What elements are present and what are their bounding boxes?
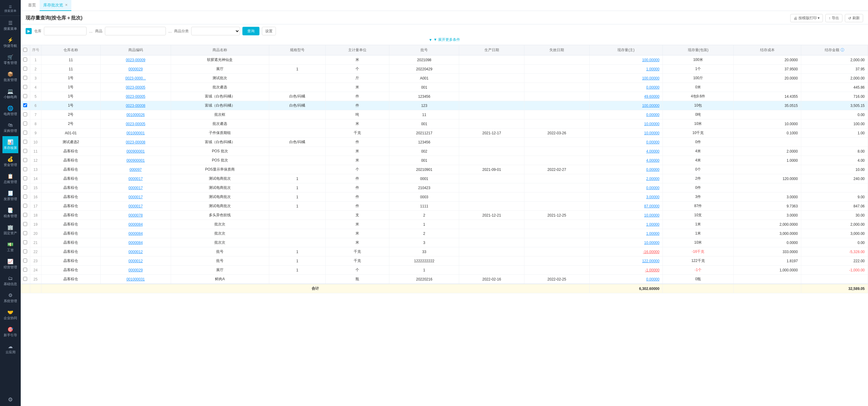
row-goods-code-13[interactable]: 0000017: [100, 174, 171, 183]
row-checkbox-21[interactable]: [21, 247, 30, 257]
row-qty-main-3[interactable]: 0.00000: [589, 83, 662, 92]
row-goods-code-15[interactable]: 0000017: [100, 193, 171, 202]
row-qty-main-5[interactable]: 100.00000: [589, 101, 662, 110]
row-checkbox-15[interactable]: [21, 193, 30, 202]
sidebar-item-newguide[interactable]: 🎯新手引导: [2, 324, 18, 340]
row-goods-code-23[interactable]: 0000029: [100, 266, 171, 275]
tab-home[interactable]: 首页: [24, 0, 40, 11]
row-goods-code-10[interactable]: 000900001: [100, 147, 171, 156]
sidebar-item-system[interactable]: ⚙系统管理: [2, 289, 18, 306]
sidebar-item-wholesale[interactable]: 📦批发管理: [2, 68, 18, 85]
row-qty-main-22[interactable]: 122.00000: [589, 257, 662, 266]
warehouse-input[interactable]: [44, 27, 87, 35]
select-all-checkbox[interactable]: [23, 48, 27, 52]
row-checkbox-12[interactable]: [21, 165, 30, 174]
tab-inventory_batch[interactable]: 库存批次览✕: [40, 0, 71, 11]
print-button[interactable]: 🖨 按模版打印 ▾: [790, 14, 823, 22]
row-checkbox-18[interactable]: [21, 220, 30, 229]
sidebar-item-corp[interactable]: 🤝企业协同: [2, 306, 18, 324]
row-goods-code-9[interactable]: 0023-00008: [100, 138, 171, 147]
query-button[interactable]: 查询: [242, 27, 259, 35]
amount-info-icon[interactable]: ⓘ: [841, 48, 844, 52]
row-checkbox-9[interactable]: [21, 138, 30, 147]
row-goods-code-21[interactable]: 0000012: [100, 247, 171, 257]
row-goods-code-2[interactable]: 0023-0000...: [100, 74, 171, 83]
sidebar-item-invoice[interactable]: 🧾发票管理: [2, 187, 18, 204]
sidebar-item-labor[interactable]: 💵工资: [2, 238, 18, 256]
row-qty-main-11[interactable]: 4.00000: [589, 156, 662, 165]
row-checkbox-19[interactable]: [21, 229, 30, 238]
sidebar-search[interactable]: ☰ 搜索菜单: [0, 2, 21, 16]
row-qty-main-2[interactable]: 100.00000: [589, 74, 662, 83]
row-goods-code-20[interactable]: 0000084: [100, 238, 171, 247]
row-checkbox-16[interactable]: [21, 202, 30, 211]
row-checkbox-2[interactable]: [21, 74, 30, 83]
row-goods-code-5[interactable]: 0023-00008: [100, 101, 171, 110]
category-select[interactable]: [191, 27, 240, 35]
row-goods-code-1[interactable]: 0000029: [100, 65, 171, 74]
row-goods-code-3[interactable]: 0023-00005: [100, 83, 171, 92]
sidebar-item-quicknav[interactable]: ⚡快捷导航: [2, 34, 18, 51]
sidebar-item-search[interactable]: ☰搜索菜单: [2, 17, 18, 34]
row-qty-main-6[interactable]: 0.00000: [589, 110, 662, 120]
row-qty-main-21[interactable]: -16.00000: [589, 247, 662, 257]
row-checkbox-24[interactable]: [21, 275, 30, 284]
row-qty-main-7[interactable]: 10.00000: [589, 120, 662, 129]
sidebar-item-purchase[interactable]: 🛍采购管理: [2, 120, 18, 136]
sidebar-item-mgmt[interactable]: 📈经营管理: [2, 256, 18, 273]
row-checkbox-11[interactable]: [21, 156, 30, 165]
row-goods-code-19[interactable]: 0000084: [100, 229, 171, 238]
row-qty-main-15[interactable]: 3.00000: [589, 193, 662, 202]
row-qty-main-1[interactable]: 1.00000: [589, 65, 662, 74]
row-checkbox-6[interactable]: [21, 110, 30, 120]
row-checkbox-22[interactable]: [21, 257, 30, 266]
expand-more-conditions[interactable]: ▼ ▼ 展开更多条件: [26, 37, 863, 42]
setting-button[interactable]: 设置: [262, 27, 276, 35]
row-qty-main-8[interactable]: 10.00000: [589, 129, 662, 138]
sidebar-item-tax[interactable]: 📑税务管理: [2, 204, 18, 222]
sidebar-item-cloudapp[interactable]: ☁云应用: [2, 340, 18, 358]
row-checkbox-0[interactable]: [21, 56, 30, 65]
row-qty-main-24[interactable]: 0.00000: [589, 275, 662, 284]
row-checkbox-7[interactable]: [21, 120, 30, 129]
row-goods-code-14[interactable]: 0000017: [100, 183, 171, 193]
row-qty-main-4[interactable]: 49.60000: [589, 92, 662, 101]
row-checkbox-1[interactable]: [21, 65, 30, 74]
row-qty-main-16[interactable]: 87.00000: [589, 202, 662, 211]
row-goods-code-24[interactable]: 001000031: [100, 275, 171, 284]
export-button[interactable]: ↑ 导出: [825, 14, 842, 22]
row-goods-code-16[interactable]: 0000017: [100, 202, 171, 211]
row-qty-main-12[interactable]: 0.00000: [589, 165, 662, 174]
row-goods-code-0[interactable]: 0023-00009: [100, 56, 171, 65]
sidebar-item-smallec[interactable]: 💻小触电商: [2, 85, 18, 102]
row-goods-code-11[interactable]: 000900001: [100, 156, 171, 165]
refresh-button[interactable]: ↺ 刷新: [845, 14, 863, 22]
row-checkbox-8[interactable]: [21, 129, 30, 138]
row-checkbox-17[interactable]: [21, 211, 30, 220]
row-goods-code-4[interactable]: 0023-00005: [100, 92, 171, 101]
expand-icon[interactable]: ▶: [26, 28, 32, 34]
row-qty-main-23[interactable]: -1.00000: [589, 266, 662, 275]
row-qty-main-14[interactable]: 0.00000: [589, 183, 662, 193]
row-goods-code-6[interactable]: 001000026: [100, 110, 171, 120]
row-goods-code-8[interactable]: 001000001: [100, 129, 171, 138]
row-qty-main-9[interactable]: 0.00000: [589, 138, 662, 147]
row-checkbox-20[interactable]: [21, 238, 30, 247]
row-qty-main-18[interactable]: 1.00000: [589, 220, 662, 229]
row-checkbox-3[interactable]: [21, 83, 30, 92]
sidebar-item-fixedasset[interactable]: 🏢固定资产: [2, 222, 18, 238]
sidebar-item-general[interactable]: 📋总账管理: [2, 170, 18, 187]
sidebar-item-inventory[interactable]: 📊库存核算: [2, 136, 18, 153]
row-goods-code-12[interactable]: 000097: [100, 165, 171, 174]
sidebar-item-basic[interactable]: 🗂基础信息: [2, 273, 18, 289]
row-checkbox-14[interactable]: [21, 183, 30, 193]
row-qty-main-20[interactable]: 10.00000: [589, 238, 662, 247]
row-checkbox-10[interactable]: [21, 147, 30, 156]
sidebar-item-retail[interactable]: 🛒零售管理: [2, 51, 18, 68]
row-goods-code-22[interactable]: 0000012: [100, 257, 171, 266]
row-qty-main-10[interactable]: 4.00000: [589, 147, 662, 156]
goods-input[interactable]: [105, 27, 166, 35]
sidebar-settings[interactable]: ⚙: [0, 393, 21, 406]
tab-close-inventory_batch[interactable]: ✕: [65, 3, 68, 7]
row-checkbox-23[interactable]: [21, 266, 30, 275]
